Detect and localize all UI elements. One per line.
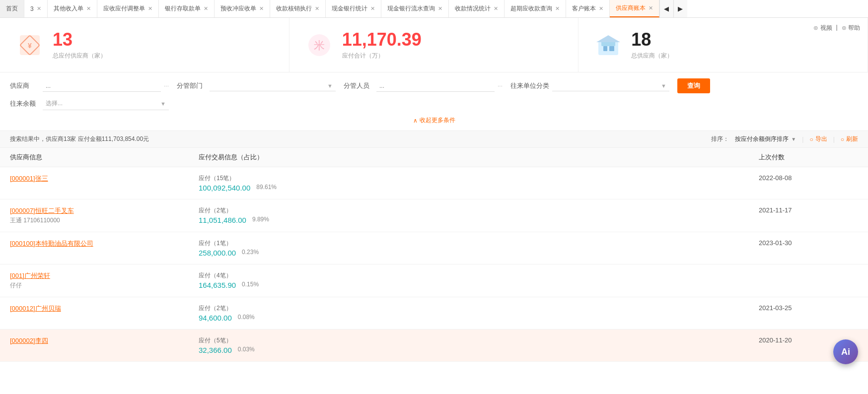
category-filter-select[interactable]: ▼ <box>552 81 669 91</box>
collapse-label: 收起更多条件 <box>420 116 455 125</box>
export-icon: ○ <box>809 136 813 143</box>
trans-info: 应付（1笔） 258,000.00 0.23% <box>199 239 759 257</box>
balance-filter-select[interactable]: 选择... ▼ <box>43 97 169 110</box>
export-button[interactable]: ○ 导出 <box>809 135 827 143</box>
trans-details: 应付（2笔） 94,600.00 <box>199 304 232 322</box>
filter-row-2: 往来余额 选择... ▼ <box>10 97 858 110</box>
trans-amount[interactable]: 94,600.00 <box>199 314 232 322</box>
trans-details: 应付（2笔） 11,051,486.00 <box>199 206 246 224</box>
table-row: [000100]本特勤油品有限公司 应付（1笔） 258,000.00 0.23… <box>0 232 868 264</box>
trans-amount[interactable]: 11,051,486.00 <box>199 216 246 224</box>
nav-tab-ap-adjust[interactable]: 应收应付调整单 ✕ <box>97 0 159 17</box>
nav-tab-advance-collection-close[interactable]: ✕ <box>259 5 264 12</box>
supplier-sub: 王通 17106110000 <box>10 216 199 225</box>
stats-bar: ¥ 13 总应付供应商（家） 米 11,170.39 应付合计（万） <box>0 18 868 72</box>
nav-tab-collection-stat-label: 收款情况统计 <box>455 4 491 13</box>
nav-tab-bank-deposit[interactable]: 银行存取款单 ✕ <box>159 0 215 17</box>
person-filter-label: 分管人员 <box>344 81 373 90</box>
last-pay-date: 2021-03-25 <box>759 304 792 312</box>
nav-next-arrow[interactable]: ▶ <box>673 0 687 18</box>
filter-row-1: 供应商 ··· 分管部门 ▼ 分管人员 ··· 往来单位分类 <box>10 78 858 93</box>
trans-info: 应付（2笔） 94,600.00 0.08% <box>199 304 759 322</box>
nav-tab-collection-stat[interactable]: 收款情况统计 ✕ <box>449 0 505 17</box>
ai-assistant-button[interactable]: Ai <box>833 339 858 364</box>
nav-tab-bank-deposit-close[interactable]: ✕ <box>204 5 208 12</box>
transaction-cell: 应付（1笔） 258,000.00 0.23% <box>199 239 759 257</box>
nav-tab-cash-bank-flow-close[interactable]: ✕ <box>438 5 442 12</box>
transaction-cell: 应付（2笔） 11,051,486.00 9.89% <box>199 206 759 224</box>
nav-tab-overdue-collection-label: 超期应收款查询 <box>510 4 552 13</box>
dept-chevron-down-icon: ▼ <box>327 83 333 89</box>
supplier-link[interactable]: [000001]张三 <box>10 175 48 182</box>
dept-filter-select[interactable]: ▼ <box>210 81 336 91</box>
trans-amount[interactable]: 164,635.90 <box>199 281 236 289</box>
help-links: ⊙ 视频 | ⊙ 帮助 <box>813 24 860 32</box>
trans-amount[interactable]: 100,092,540.00 <box>199 184 250 192</box>
col-last-pay-header: 上次付数 <box>759 153 858 162</box>
trans-percent: 0.23% <box>242 249 259 256</box>
supplier-link[interactable]: [000012]广州贝瑞 <box>10 305 61 312</box>
payable-total-number: 11,170.39 <box>342 30 422 50</box>
table-row: [000002]李四 应付（5笔） 32,366.00 0.03% 2020-1… <box>0 329 868 362</box>
sort-value[interactable]: 按应付余额倒序排序 ▼ <box>735 135 796 143</box>
nav-tab-collection-stat-close[interactable]: ✕ <box>494 5 498 12</box>
svg-marker-9 <box>596 35 620 42</box>
nav-tab-customer-account[interactable]: 客户账本 ✕ <box>566 0 610 17</box>
nav-tab-supplier-account[interactable]: 供应商账本 ✕ <box>610 0 659 17</box>
nav-tab-3-label: 3 <box>30 5 34 12</box>
nav-tab-collection-exec-close[interactable]: ✕ <box>315 5 319 12</box>
video-link[interactable]: ⊙ 视频 <box>813 24 832 32</box>
collapse-bar[interactable]: ∧ 收起更多条件 <box>10 114 858 126</box>
trans-amount[interactable]: 258,000.00 <box>199 249 236 257</box>
last-pay-date: 2023-01-30 <box>759 239 792 247</box>
help-link[interactable]: ⊙ 帮助 <box>842 24 860 32</box>
nav-tab-collection-exec[interactable]: 收款核销执行 ✕ <box>270 0 326 17</box>
nav-tab-cash-bank-flow[interactable]: 现金银行流水查询 ✕ <box>381 0 449 17</box>
nav-tab-ap-adjust-close[interactable]: ✕ <box>148 5 152 12</box>
supplier-link[interactable]: [000002]李四 <box>10 337 48 344</box>
stat-payable-suppliers-info: 13 总应付供应商（家） <box>53 30 106 60</box>
sort-area: 排序： 按应付余额倒序排序 ▼ | ○ 导出 | ○ 刷新 <box>711 135 858 143</box>
filter-category: 往来单位分类 ▼ <box>510 81 669 91</box>
trans-type: 应付（1笔） <box>199 239 236 248</box>
dept-filter-label: 分管部门 <box>177 81 207 90</box>
supplier-info-cell: [000001]张三 <box>10 174 199 183</box>
supplier-link[interactable]: [000007]恒旺二手叉车 <box>10 207 74 214</box>
nav-tab-advance-collection-label: 预收冲应收单 <box>220 4 256 13</box>
nav-tab-other-income[interactable]: 其他收入单 ✕ <box>48 0 97 17</box>
nav-tab-3[interactable]: 3 ✕ <box>24 0 48 17</box>
nav-tab-advance-collection[interactable]: 预收冲应收单 ✕ <box>215 0 270 17</box>
nav-tab-bank-deposit-label: 银行存取款单 <box>165 4 201 13</box>
nav-tab-3-close[interactable]: ✕ <box>37 5 41 12</box>
nav-tab-other-income-close[interactable]: ✕ <box>86 5 91 12</box>
supplier-link[interactable]: [000100]本特勤油品有限公司 <box>10 240 93 247</box>
category-filter-label: 往来单位分类 <box>510 81 549 90</box>
table-wrap: 供应商信息 应付交易信息（占比） 上次付数 [000001]张三 应付（15笔）… <box>0 148 868 394</box>
collapse-chevron-up-icon: ∧ <box>413 117 418 124</box>
person-filter-input[interactable] <box>376 80 495 92</box>
col-transaction-header: 应付交易信息（占比） <box>199 153 759 162</box>
nav-tab-other-income-label: 其他收入单 <box>54 4 83 13</box>
trans-percent: 0.15% <box>242 281 259 288</box>
last-pay-cell: 2021-11-17 <box>759 206 858 214</box>
nav-prev-arrow[interactable]: ◀ <box>659 0 673 18</box>
search-button[interactable]: 查询 <box>677 78 710 93</box>
table-row: [000012]广州贝瑞 应付（2笔） 94,600.00 0.08% 2021… <box>0 297 868 329</box>
filter-supplier: 供应商 ··· <box>10 80 169 92</box>
stat-payable-total-info: 11,170.39 应付合计（万） <box>342 30 422 60</box>
trans-percent: 89.61% <box>256 184 277 191</box>
nav-tab-overdue-collection-close[interactable]: ✕ <box>555 5 560 12</box>
supplier-filter-input[interactable] <box>43 80 161 92</box>
nav-tab-home[interactable]: 首页 <box>0 0 24 17</box>
category-chevron-down-icon: ▼ <box>661 83 666 89</box>
trans-amount[interactable]: 32,366.00 <box>199 346 232 354</box>
trans-type: 应付（5笔） <box>199 336 232 345</box>
nav-tab-supplier-account-close[interactable]: ✕ <box>649 5 653 11</box>
nav-tab-customer-account-close[interactable]: ✕ <box>599 5 603 12</box>
supplier-link[interactable]: [001]广州荣轩 <box>10 272 50 279</box>
nav-tab-overdue-collection[interactable]: 超期应收款查询 ✕ <box>505 0 566 17</box>
refresh-button[interactable]: ○ 刷新 <box>841 135 858 143</box>
nav-tab-cash-bank-stat[interactable]: 现金银行统计 ✕ <box>326 0 381 17</box>
nav-tab-cash-bank-stat-close[interactable]: ✕ <box>370 5 375 12</box>
rice-icon: 米 <box>304 30 334 60</box>
